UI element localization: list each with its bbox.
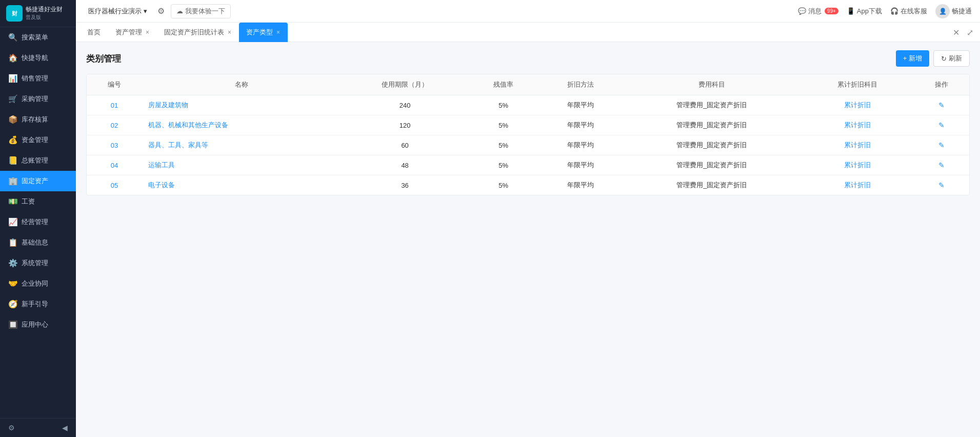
col-header-op: 操作	[914, 74, 969, 95]
fixedasset-icon: 🏢	[8, 176, 17, 186]
tab-asset-manage[interactable]: 资产管理×	[108, 23, 157, 42]
user-profile[interactable]: 👤 畅捷通	[935, 4, 972, 18]
sidebar-item-label-purchase: 采购管理	[22, 94, 48, 104]
sidebar-logo: 财 畅捷通好业财 普及版	[0, 0, 76, 27]
chevron-down-icon: ▾	[144, 7, 147, 15]
edit-btn-4[interactable]: ✎	[938, 181, 945, 189]
new-button[interactable]: + 新增	[896, 50, 929, 67]
tabsbar-window-actions: ✕ ⤢	[950, 26, 976, 38]
sidebar-item-business[interactable]: 📈 经营管理	[0, 212, 76, 232]
sidebar-item-ledger[interactable]: 📒 总账管理	[0, 150, 76, 171]
sidebar-item-corp[interactable]: 🤝 企业协同	[0, 273, 76, 294]
trial-label: 我要体验一下	[185, 7, 225, 16]
app-download-label: App下载	[857, 7, 882, 16]
logo-sub: 普及版	[26, 14, 63, 21]
sidebar-item-label-capital: 资金管理	[22, 135, 48, 145]
col-header-residual: 残值率	[469, 74, 538, 95]
app-download-button[interactable]: 📱 App下载	[847, 7, 882, 16]
cell-num-4: 05	[87, 175, 142, 195]
appcenter-icon: 🔲	[8, 320, 17, 329]
page-title: 类别管理	[86, 53, 121, 65]
edit-btn-2[interactable]: ✎	[938, 141, 945, 149]
cell-residual-1: 5%	[469, 115, 538, 135]
header-actions: + 新增 ↻ 刷新	[896, 50, 970, 67]
cell-num-0: 01	[87, 95, 142, 115]
sidebar-item-search[interactable]: 🔍 搜索菜单	[0, 27, 76, 48]
system-icon: ⚙️	[8, 259, 17, 268]
cell-num-1: 02	[87, 115, 142, 135]
refresh-button[interactable]: ↻ 刷新	[933, 50, 970, 67]
cell-period-3: 48	[341, 155, 468, 175]
collapse-icon[interactable]: ◀	[62, 424, 68, 432]
cell-op-3: ✎	[914, 155, 969, 175]
sidebar-item-system[interactable]: ⚙️ 系统管理	[0, 253, 76, 273]
sidebar-item-purchase[interactable]: 🛒 采购管理	[0, 89, 76, 109]
table-row: 05 电子设备 36 5% 年限平均 管理费用_固定资产折旧 累计折旧 ✎	[87, 175, 969, 195]
topbar-right: 💬 消息 99+ 📱 App下载 🎧 在线客服 👤 畅捷通	[798, 4, 972, 18]
sidebar-item-label-appcenter: 应用中心	[22, 320, 48, 329]
edit-btn-0[interactable]: ✎	[938, 101, 945, 109]
sidebar-item-capital[interactable]: 💰 资金管理	[0, 130, 76, 150]
cell-op-1: ✎	[914, 115, 969, 135]
quicknav-icon: 🏠	[8, 53, 17, 63]
sidebar-item-fixedasset[interactable]: 🏢 固定资产	[0, 171, 76, 191]
cell-method-2: 年限平均	[538, 135, 623, 155]
sidebar-item-label-search: 搜索菜单	[22, 33, 48, 42]
sidebar-item-basic[interactable]: 📋 基础信息	[0, 232, 76, 253]
cell-period-4: 36	[341, 175, 468, 195]
headphone-icon: 🎧	[890, 7, 898, 15]
cell-name-0: 房屋及建筑物	[142, 95, 342, 115]
settings-icon[interactable]: ⚙	[8, 424, 15, 432]
cell-expense-4: 管理费用_固定资产折旧	[623, 175, 801, 195]
col-header-expense_subject: 费用科目	[623, 74, 801, 95]
cell-method-3: 年限平均	[538, 155, 623, 175]
tab-close-asset-manage[interactable]: ×	[146, 29, 149, 36]
tab-asset-type[interactable]: 资产类型×	[239, 23, 288, 42]
tab-label-home: 首页	[87, 28, 101, 37]
cell-period-0: 240	[341, 95, 468, 115]
cell-name-2: 器具、工具、家具等	[142, 135, 342, 155]
online-support-button[interactable]: 🎧 在线客服	[890, 7, 927, 16]
table-row: 04 运输工具 48 5% 年限平均 管理费用_固定资产折旧 累计折旧 ✎	[87, 155, 969, 175]
edit-btn-1[interactable]: ✎	[938, 121, 945, 129]
search-icon: 🔍	[8, 33, 17, 42]
sidebar-item-label-fixedasset: 固定资产	[22, 176, 48, 186]
table-row: 01 房屋及建筑物 240 5% 年限平均 管理费用_固定资产折旧 累计折旧 ✎	[87, 95, 969, 115]
settings-gear-icon[interactable]: ⚙	[155, 4, 167, 18]
cell-op-4: ✎	[914, 175, 969, 195]
main-area: 医疗器械行业演示 ▾ ⚙ ☁ 我要体验一下 💬 消息 99+ 📱 App下载 🎧…	[76, 0, 980, 437]
sidebar-item-salary[interactable]: 💵 工资	[0, 191, 76, 212]
sidebar-item-inventory[interactable]: 📦 库存核算	[0, 109, 76, 130]
sidebar-item-appcenter[interactable]: 🔲 应用中心	[0, 314, 76, 335]
cell-num-2: 03	[87, 135, 142, 155]
company-selector[interactable]: 医疗器械行业演示 ▾	[84, 5, 151, 18]
window-expand-button[interactable]: ⤢	[964, 26, 976, 38]
asset-type-table: 编号名称使用期限（月）残值率折旧方法费用科目累计折旧科目操作 01 房屋及建筑物…	[87, 74, 969, 195]
sidebar-item-label-guide: 新手引导	[22, 300, 48, 309]
cell-residual-3: 5%	[469, 155, 538, 175]
sidebar-item-sales[interactable]: 📊 销售管理	[0, 68, 76, 89]
sidebar-item-label-sales: 销售管理	[22, 74, 48, 83]
window-close-button[interactable]: ✕	[950, 26, 962, 38]
col-header-period: 使用期限（月）	[341, 74, 468, 95]
sidebar-footer: ⚙ ◀	[0, 418, 76, 437]
cell-method-1: 年限平均	[538, 115, 623, 135]
tab-close-asset-type[interactable]: ×	[276, 29, 280, 36]
cell-accum-2: 累计折旧	[801, 135, 914, 155]
cell-op-2: ✎	[914, 135, 969, 155]
cell-name-3: 运输工具	[142, 155, 342, 175]
topbar-left: 医疗器械行业演示 ▾ ⚙ ☁ 我要体验一下	[84, 4, 231, 18]
sales-icon: 📊	[8, 74, 17, 83]
sidebar-item-quicknav[interactable]: 🏠 快捷导航	[0, 48, 76, 68]
trial-button[interactable]: ☁ 我要体验一下	[171, 4, 231, 18]
edit-btn-3[interactable]: ✎	[938, 161, 945, 169]
page-header: 类别管理 + 新增 ↻ 刷新	[86, 50, 970, 67]
table-row: 03 器具、工具、家具等 60 5% 年限平均 管理费用_固定资产折旧 累计折旧…	[87, 135, 969, 155]
message-button[interactable]: 💬 消息 99+	[798, 7, 838, 16]
cell-name-1: 机器、机械和其他生产设备	[142, 115, 342, 135]
tab-close-depreciation-report[interactable]: ×	[228, 29, 231, 36]
tab-home[interactable]: 首页	[80, 23, 108, 42]
table-container: 编号名称使用期限（月）残值率折旧方法费用科目累计折旧科目操作 01 房屋及建筑物…	[86, 74, 970, 195]
tab-depreciation-report[interactable]: 固定资产折旧统计表×	[157, 23, 239, 42]
sidebar-item-guide[interactable]: 🧭 新手引导	[0, 294, 76, 314]
